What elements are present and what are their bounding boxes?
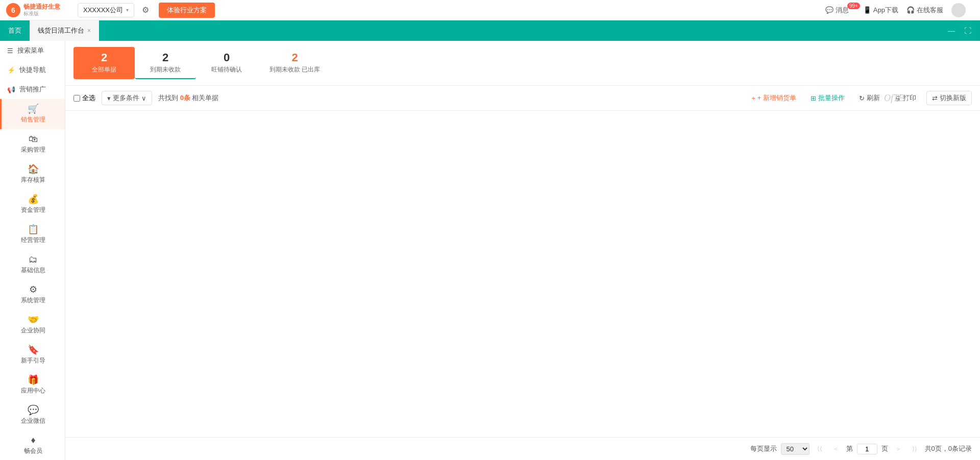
refresh-label: 刷新 (867, 93, 880, 103)
basic-icon: 🗂 (29, 255, 38, 264)
filter-button[interactable]: ▾ 更多条件 ∨ (102, 91, 152, 105)
sidebar-item-member[interactable]: ♦ 畅会员 (0, 430, 65, 460)
home-tab-label: 首页 (8, 26, 21, 35)
filter-chevron-icon: ∨ (141, 94, 146, 102)
wechat-icon: 💬 (28, 405, 39, 415)
found-suffix: 相关单据 (192, 94, 218, 102)
operations-label: 经营管理 (21, 236, 45, 245)
wechat-label: 企业微信 (21, 417, 45, 425)
tab-active[interactable]: 钱货日清工作台 × (30, 20, 99, 41)
add-order-button[interactable]: + + 新增销货单 (747, 91, 800, 105)
operations-icon: 📋 (28, 225, 39, 234)
system-icon: ⚙ (29, 285, 37, 294)
quick-nav-label: 快捷导航 (19, 65, 46, 75)
batch-button[interactable]: ⊞ 批量操作 (806, 91, 849, 105)
enterprise-label: 企业协同 (21, 326, 45, 335)
tab-home[interactable]: 首页 (0, 20, 30, 41)
next-page-button[interactable]: ＞ (892, 443, 904, 455)
sidebar-item-guide[interactable]: 🔖 新手引导 (0, 340, 65, 370)
add-btn-label: + 新增销货单 (757, 93, 796, 103)
per-page-select[interactable]: 50 100 200 (781, 443, 810, 455)
all-orders-count: 2 (101, 51, 107, 64)
marketing-label: 营销推广 (19, 85, 46, 94)
select-all-input[interactable] (74, 95, 80, 102)
inventory-label: 库存核算 (21, 176, 45, 184)
avatar[interactable] (951, 3, 966, 17)
sidebar-item-inventory[interactable]: 🏠 库存核算 (0, 159, 65, 189)
total-info: 共0页，0条记录 (925, 444, 972, 453)
sidebar-item-search[interactable]: ☰ 搜索菜单 (0, 41, 65, 60)
minimize-button[interactable]: — (945, 25, 958, 37)
settings-button[interactable]: ⚙ (138, 3, 153, 17)
table-area (65, 111, 980, 437)
last-page-button[interactable]: ⟩⟩ (909, 443, 921, 455)
per-page-label: 每页显示 (750, 444, 777, 453)
print-icon: 🖨 (894, 94, 901, 102)
filter-label: 更多条件 (113, 93, 139, 103)
overdue-unshipped-label: 到期未收款 已出库 (270, 65, 320, 74)
sidebar-item-sales[interactable]: 🛒 销售管理 (0, 99, 65, 129)
page-input[interactable] (857, 444, 877, 454)
switch-label: 切换新版 (940, 93, 966, 103)
sidebar-item-wechat[interactable]: 💬 企业微信 (0, 400, 65, 430)
top-right-actions: 💬 消息 99+ 📱 App下载 🎧 在线客服 (825, 3, 974, 17)
sales-icon: 🛒 (28, 104, 39, 113)
stats-section: 2 全部单据 2 到期未收款 0 旺铺待确认 2 到期未收款 已出库 (65, 41, 980, 86)
prev-page-button[interactable]: ＜ (830, 443, 842, 455)
minimize-icon: — (948, 27, 955, 35)
guide-label: 新手引导 (21, 356, 45, 365)
sidebar-item-capital[interactable]: 💰 资金管理 (0, 189, 65, 220)
tab-close-icon[interactable]: × (87, 27, 91, 34)
trial-button[interactable]: 体验行业方案 (159, 3, 215, 18)
maximize-button[interactable]: ⛶ (962, 25, 974, 37)
sidebar-item-app-center[interactable]: 🎁 应用中心 (0, 370, 65, 400)
capital-icon: 💰 (28, 195, 39, 204)
refresh-button[interactable]: ↻ 刷新 (855, 91, 884, 105)
sidebar-item-marketing[interactable]: 📢 营销推广 (0, 80, 65, 99)
select-all-checkbox[interactable]: 全选 (74, 93, 95, 103)
app-center-label: 应用中心 (21, 386, 45, 395)
sales-label: 销售管理 (21, 115, 45, 124)
toolbar-right: + + 新增销货单 ⊞ 批量操作 ↻ 刷新 🖨 打印 ⇄ 切换新版 (747, 91, 972, 105)
sidebar-item-operations[interactable]: 📋 经营管理 (0, 220, 65, 250)
found-info: 共找到 0条 相关单据 (158, 93, 218, 103)
stat-overdue-unpaid[interactable]: 2 到期未收款 (135, 47, 196, 79)
online-service-label: 在线客服 (917, 6, 943, 15)
app-download-button[interactable]: 📱 App下载 (863, 6, 898, 15)
app-download-label: App下载 (873, 6, 898, 15)
system-label: 系统管理 (21, 296, 45, 305)
member-icon: ♦ (31, 435, 35, 445)
sidebar-item-enterprise[interactable]: 🤝 企业协同 (0, 310, 65, 340)
logo-text: 畅捷通好生意 标准版 (23, 3, 60, 16)
stat-pending-confirm[interactable]: 0 旺铺待确认 (196, 47, 257, 79)
enterprise-icon: 🤝 (28, 315, 39, 324)
overdue-unpaid-count: 2 (162, 51, 168, 64)
pagination-bar: 每页显示 50 100 200 ⟨⟨ ＜ 第 页 ＞ ⟩⟩ 共0页，0条记录 (65, 437, 980, 460)
refresh-icon: ↻ (859, 94, 865, 102)
message-icon: 💬 (825, 6, 834, 14)
app-center-icon: 🎁 (28, 375, 39, 384)
found-count: 0条 (180, 94, 190, 102)
all-orders-label: 全部单据 (92, 65, 116, 74)
sidebar-item-basic[interactable]: 🗂 基础信息 (0, 250, 65, 280)
download-icon: 📱 (863, 6, 871, 14)
online-service-button[interactable]: 🎧 在线客服 (906, 6, 943, 15)
active-tab-label: 钱货日清工作台 (38, 26, 84, 35)
company-selector[interactable]: XXXXXX公司 ▾ (78, 3, 134, 17)
sidebar-item-quick-nav[interactable]: ⚡ 快捷导航 (0, 60, 65, 80)
switch-version-button[interactable]: ⇄ 切换新版 (926, 91, 972, 105)
sidebar-item-system[interactable]: ⚙ 系统管理 (0, 280, 65, 310)
stat-overdue-unshipped[interactable]: 2 到期未收款 已出库 (257, 47, 332, 79)
switch-icon: ⇄ (932, 94, 938, 102)
content-area: 2 全部单据 2 到期未收款 0 旺铺待确认 2 到期未收款 已出库 全选 (65, 41, 980, 460)
maximize-icon: ⛶ (964, 27, 971, 35)
first-page-button[interactable]: ⟨⟨ (814, 443, 826, 455)
capital-label: 资金管理 (21, 206, 45, 214)
found-prefix: 共找到 (158, 94, 178, 102)
sidebar-item-purchase[interactable]: 🛍 采购管理 (0, 129, 65, 159)
messages-button[interactable]: 💬 消息 99+ (825, 6, 855, 15)
pending-confirm-count: 0 (224, 51, 230, 64)
print-button[interactable]: 🖨 打印 (890, 91, 920, 105)
page-suffix: 页 (881, 444, 888, 453)
stat-all-orders[interactable]: 2 全部单据 (74, 47, 135, 79)
